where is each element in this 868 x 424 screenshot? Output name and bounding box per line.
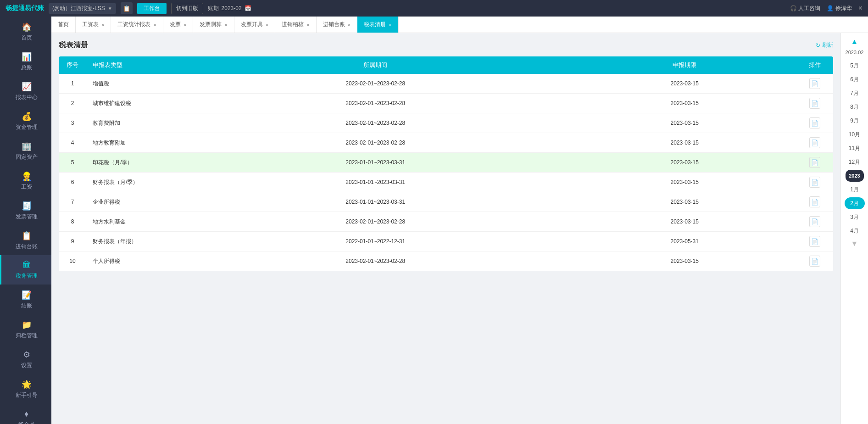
- tab-invoice-close[interactable]: ×: [184, 22, 186, 28]
- period-header: 2023.02: [846, 48, 864, 59]
- month-4[interactable]: 4月: [845, 225, 865, 237]
- sidebar-item-closing[interactable]: 📝 结账: [0, 285, 51, 314]
- cell-index: 3: [59, 113, 86, 133]
- action-detail-icon[interactable]: 📄: [809, 256, 820, 267]
- cell-deadline: 2023-03-15: [573, 192, 796, 212]
- sidebar-item-reports[interactable]: 📈 报表中心: [0, 76, 51, 106]
- tab-wages[interactable]: 工资表 ×: [76, 17, 111, 33]
- month-6[interactable]: 6月: [845, 73, 865, 85]
- action-detail-icon[interactable]: 📄: [809, 137, 820, 148]
- action-detail-icon[interactable]: 📄: [809, 236, 820, 247]
- sidebar-item-archive[interactable]: 📁 归档管理: [0, 314, 51, 344]
- sidebar-item-invoices[interactable]: 🧾 发票管理: [0, 195, 51, 225]
- guide-icon: 🌟: [22, 379, 32, 390]
- company-selector[interactable]: (勿动）江西报宝-LSS ▼: [49, 3, 116, 14]
- sidebar-item-tax[interactable]: 🏛 税务管理: [0, 255, 51, 285]
- sidebar-item-assets[interactable]: 🏢 固定资产: [0, 136, 51, 166]
- switch-old-button[interactable]: 切到旧版: [171, 3, 203, 14]
- cell-index: 4: [59, 133, 86, 153]
- sidebar-item-funds[interactable]: 💰 资金管理: [0, 106, 51, 136]
- sidebar-label-wages: 工资: [21, 183, 32, 191]
- action-detail-icon[interactable]: 📄: [809, 216, 820, 227]
- tab-purchase-audit[interactable]: 进销稽核 ×: [275, 17, 316, 33]
- tab-purchase-ledger-close[interactable]: ×: [348, 22, 351, 28]
- cell-deadline: 2023-03-15: [573, 173, 796, 192]
- period-value: 2023-02: [222, 5, 242, 11]
- sidebar-item-settings[interactable]: ⚙ 设置: [0, 344, 51, 374]
- table-header-row: 序号 申报表类型 所属期间 申报期限 操作: [59, 56, 833, 74]
- month-2[interactable]: 2月: [845, 197, 865, 209]
- tab-purchase-ledger[interactable]: 进销台账 ×: [317, 17, 357, 33]
- col-action: 操作: [796, 56, 833, 74]
- user-icon: 👤: [827, 5, 834, 11]
- copy-icon[interactable]: 📋: [121, 2, 133, 14]
- sidebar-item-guide[interactable]: 🌟 新手引导: [0, 374, 51, 404]
- sidebar-item-ledger[interactable]: 📊 总账: [0, 46, 51, 76]
- tab-invoice-issue[interactable]: 发票开具 ×: [234, 17, 275, 33]
- workbench-button[interactable]: 工作台: [137, 3, 167, 14]
- cell-action: 📄: [796, 74, 833, 94]
- sidebar-item-home[interactable]: 🏠 首页: [0, 17, 51, 46]
- table-row: 2 城市维护建设税 2023-02-01~2023-02-28 2023-03-…: [59, 94, 833, 113]
- cell-index: 2: [59, 94, 86, 113]
- month-1[interactable]: 1月: [845, 184, 865, 195]
- tab-invoice-calc[interactable]: 发票测算 ×: [193, 17, 234, 33]
- cell-action: 📄: [796, 153, 833, 173]
- cell-action: 📄: [796, 192, 833, 212]
- cell-deadline: 2023-03-15: [573, 74, 796, 94]
- month-8[interactable]: 8月: [845, 101, 865, 113]
- action-detail-icon[interactable]: 📄: [809, 98, 820, 109]
- refresh-label: 刷新: [822, 41, 833, 49]
- action-detail-icon[interactable]: 📄: [809, 177, 820, 188]
- cell-period: 2023-02-01~2023-02-28: [178, 251, 573, 271]
- tab-wages-report[interactable]: 工资统计报表 ×: [111, 17, 163, 33]
- tab-home[interactable]: 首页: [51, 17, 76, 33]
- cell-deadline: 2023-03-15: [573, 251, 796, 271]
- cell-deadline: 2023-03-15: [573, 94, 796, 113]
- table-row: 3 教育费附加 2023-02-01~2023-02-28 2023-03-15…: [59, 113, 833, 133]
- month-9[interactable]: 9月: [845, 115, 865, 127]
- month-5[interactable]: 5月: [845, 60, 865, 72]
- ledger-icon: 📊: [22, 52, 32, 62]
- main-layout: 🏠 首页 📊 总账 📈 报表中心 💰 资金管理 🏢 固定资产 👷 工资 🧾 发票…: [0, 17, 868, 424]
- tab-wages-close[interactable]: ×: [101, 22, 104, 28]
- month-3[interactable]: 3月: [845, 211, 865, 223]
- tab-tax-list-close[interactable]: ×: [389, 22, 391, 28]
- refresh-button[interactable]: ↻ 刷新: [816, 41, 833, 49]
- cell-type: 增值税: [86, 74, 178, 94]
- sidebar-item-wages[interactable]: 👷 工资: [0, 166, 51, 195]
- chevron-down-icon: ▼: [108, 6, 112, 11]
- table-row: 8 地方水利基金 2023-02-01~2023-02-28 2023-03-1…: [59, 212, 833, 232]
- action-detail-icon[interactable]: 📄: [809, 78, 820, 89]
- tab-invoice[interactable]: 发票 ×: [163, 17, 193, 33]
- month-11[interactable]: 11月: [845, 142, 865, 154]
- tab-wages-report-close[interactable]: ×: [153, 22, 156, 28]
- tab-tax-list[interactable]: 税表清册 ×: [357, 17, 398, 33]
- action-detail-icon[interactable]: 📄: [809, 157, 820, 168]
- action-detail-icon[interactable]: 📄: [809, 117, 820, 128]
- sidebar-item-member[interactable]: ♦ 畅会员: [0, 404, 51, 424]
- sidebar-label-funds: 资金管理: [16, 123, 38, 131]
- calendar-icon[interactable]: 📅: [245, 5, 251, 11]
- nav-down-button[interactable]: ▼: [849, 238, 860, 250]
- tab-bar: 首页 工资表 × 工资统计报表 × 发票 × 发票测算 × 发票开具 ×: [51, 17, 868, 33]
- cell-index: 8: [59, 212, 86, 232]
- month-12[interactable]: 12月: [845, 156, 865, 168]
- action-detail-icon[interactable]: 📄: [809, 196, 820, 207]
- sidebar-label-invoices: 发票管理: [16, 213, 38, 221]
- sidebar-item-purchase-sales[interactable]: 📋 进销台账: [0, 225, 51, 255]
- tab-invoice-calc-close[interactable]: ×: [224, 22, 227, 28]
- tab-purchase-audit-close[interactable]: ×: [306, 22, 309, 28]
- nav-up-button[interactable]: ▲: [849, 36, 860, 48]
- cell-action: 📄: [796, 232, 833, 251]
- cell-type: 城市维护建设税: [86, 94, 178, 113]
- user-profile[interactable]: 👤 徐泽华: [827, 5, 851, 12]
- invoices-icon: 🧾: [22, 201, 32, 211]
- month-7[interactable]: 7月: [845, 87, 865, 99]
- tab-tax-list-label: 税表清册: [364, 21, 386, 28]
- window-close-button[interactable]: ×: [858, 4, 862, 12]
- tab-invoice-issue-close[interactable]: ×: [266, 22, 268, 28]
- user-consult[interactable]: 🎧 人工咨询: [790, 5, 820, 12]
- month-10[interactable]: 10月: [845, 128, 865, 140]
- right-panel: ▲ 2023.02 5月 6月 7月 8月 9月 10月 11月 12月 202…: [840, 33, 868, 424]
